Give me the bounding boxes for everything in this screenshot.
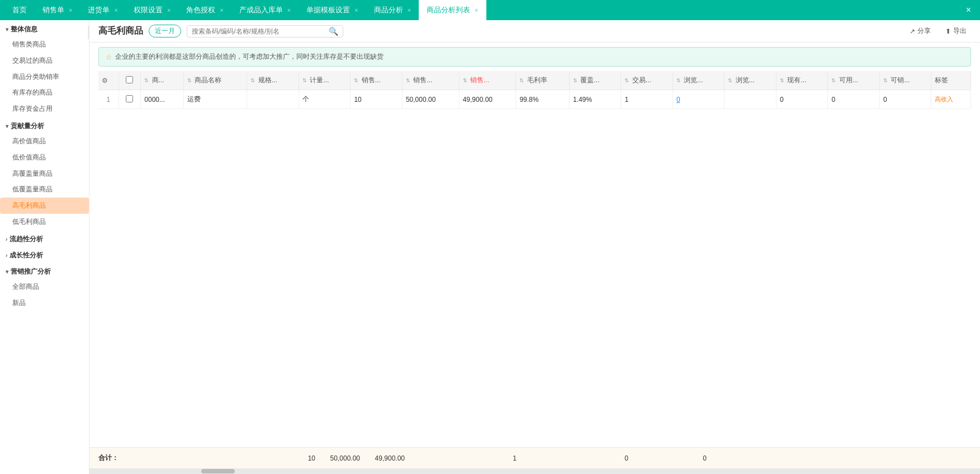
sort-icon: ⇅ — [406, 78, 410, 83]
sort-icon: ⇅ — [354, 78, 358, 83]
search-box: 🔍 — [187, 25, 343, 37]
sort-icon: ⇅ — [187, 78, 192, 83]
row-unit-cell: 个 — [299, 90, 351, 109]
footer-spacer1 — [130, 457, 197, 459]
close-all-button[interactable]: × — [962, 5, 976, 15]
expand-icon: ▾ — [6, 123, 8, 129]
col-views1-header[interactable]: ⇅ 浏览... — [673, 71, 725, 90]
row-sales-profit-cell: 49,900.00 — [459, 90, 516, 109]
content-header: 高毛利商品 近一月 🔍 ↗ 分享 ⬆ 导出 — [89, 20, 980, 43]
sidebar-item-low-margin[interactable]: 低毛利商品 — [0, 214, 89, 230]
sidebar-group-trend[interactable]: › 流趋性分析 — [0, 230, 89, 246]
sidebar-item-all-goods[interactable]: 全部商品 — [0, 279, 89, 295]
col-sales-qty-header[interactable]: ⇅ 销售... — [351, 71, 403, 90]
filter-recent-month-button[interactable]: 近一月 — [149, 25, 181, 37]
sidebar-item-new-goods[interactable]: 新品 — [0, 295, 89, 311]
sidebar-item-high-margin[interactable]: 高毛利商品 — [0, 198, 89, 214]
footer-spacer3 — [242, 457, 275, 459]
close-icon[interactable]: × — [475, 7, 478, 13]
close-icon[interactable]: × — [114, 7, 117, 13]
sidebar-group-growth[interactable]: › 成长性分析 — [0, 246, 89, 262]
close-icon[interactable]: × — [167, 7, 171, 13]
sidebar-item-stock-funds[interactable]: 库存资金占用 — [0, 101, 89, 117]
sidebar-item-low-coverage[interactable]: 低覆盖量商品 — [0, 181, 89, 198]
nav-purchase-order[interactable]: 进货单 × — [80, 0, 125, 20]
sidebar-item-high-value[interactable]: 高价值商品 — [0, 133, 89, 149]
sort-icon: ⇅ — [728, 78, 732, 83]
horizontal-scrollbar[interactable] — [89, 468, 980, 474]
row-available-stock-cell: 0 — [828, 90, 880, 109]
sidebar-collapse-button[interactable]: « — [88, 26, 89, 39]
col-sales-amount-header[interactable]: ⇅ 销售... — [402, 71, 459, 90]
footer-trade: 1 — [476, 453, 521, 463]
search-input[interactable] — [192, 27, 326, 35]
col-available-stock-header[interactable]: ⇅ 可用... — [828, 71, 880, 90]
col-sales-profit-header[interactable]: ⇅ 销售... — [459, 71, 516, 90]
export-icon: ⬆ — [945, 27, 951, 35]
sort-icon: ⇅ — [676, 78, 681, 83]
search-icon[interactable]: 🔍 — [329, 27, 338, 36]
sort-icon: ⇅ — [302, 78, 307, 83]
expand-icon: ▾ — [6, 269, 8, 275]
footer-spacer6 — [521, 457, 555, 459]
col-views2-header[interactable]: ⇅ 浏览... — [725, 71, 777, 90]
nav-home[interactable]: 首页 — [4, 0, 35, 20]
col-name-header[interactable]: ⇅ 商品名称 — [183, 71, 247, 90]
row-code-cell: 0000... — [141, 90, 183, 109]
close-icon[interactable]: × — [408, 7, 411, 13]
row-views1-cell[interactable]: 0 — [673, 90, 725, 109]
content-area: 高毛利商品 近一月 🔍 ↗ 分享 ⬆ 导出 ☆ 企业的主要的利润都是这部分商品创… — [89, 20, 980, 474]
close-icon[interactable]: × — [354, 7, 358, 13]
sidebar-item-low-value[interactable]: 低价值商品 — [0, 149, 89, 166]
sort-icon: ⇅ — [624, 78, 629, 83]
sidebar-group-contribution[interactable]: ▾ 贡献量分析 — [0, 117, 89, 133]
nav-role-auth[interactable]: 角色授权 × — [178, 0, 231, 20]
close-icon[interactable]: × — [287, 7, 291, 13]
scroll-thumb[interactable] — [201, 469, 235, 473]
col-trade-header[interactable]: ⇅ 交易... — [621, 71, 673, 90]
footer-spacer4 — [409, 457, 443, 459]
export-button[interactable]: ⬆ 导出 — [941, 25, 971, 37]
sidebar-item-traded-goods[interactable]: 交易过的商品 — [0, 53, 89, 69]
settings-icon[interactable]: ⚙ — [102, 77, 108, 85]
sidebar-item-sales-goods[interactable]: 销售类商品 — [0, 36, 89, 53]
col-settings[interactable]: ⚙ — [98, 71, 119, 90]
data-table: ⚙ ⇅ 商... ⇅ 商品名称 — [98, 71, 971, 109]
close-icon[interactable]: × — [220, 7, 223, 13]
share-button[interactable]: ↗ 分享 — [905, 25, 935, 37]
col-sellable-header[interactable]: ⇅ 可销... — [879, 71, 931, 90]
col-coverage-header[interactable]: ⇅ 覆盖... — [569, 71, 621, 90]
row-number-cell: 1 — [98, 90, 119, 109]
col-current-stock-header[interactable]: ⇅ 现有... — [776, 71, 828, 90]
nav-product-inbound[interactable]: 产成品入库单 × — [231, 0, 299, 20]
col-tag-header[interactable]: 标签 — [931, 71, 971, 90]
footer-sales-qty: 10 — [275, 453, 320, 463]
row-gross-margin-cell: 99.8% — [516, 90, 570, 109]
col-gross-margin-header[interactable]: ⇅ 毛利率 — [516, 71, 570, 90]
row-current-stock-cell: 0 — [776, 90, 828, 109]
sidebar-group-overall[interactable]: ▾ 整体信息 — [0, 20, 89, 36]
row-checkbox[interactable] — [126, 95, 133, 102]
nav-product-analysis[interactable]: 商品分析 × — [366, 0, 419, 20]
select-all-checkbox[interactable] — [126, 76, 133, 83]
nav-product-analysis-list[interactable]: 商品分析列表 × — [419, 0, 486, 20]
top-navigation: 首页 销售单 × 进货单 × 权限设置 × 角色授权 × 产成品入库单 × 单据… — [0, 0, 980, 20]
table-header-row: ⚙ ⇅ 商... ⇅ 商品名称 — [98, 71, 971, 90]
row-trade-cell: 1 — [621, 90, 673, 109]
close-icon[interactable]: × — [69, 7, 72, 13]
sidebar-item-in-stock-goods[interactable]: 有库存的商品 — [0, 85, 89, 101]
col-unit-header[interactable]: ⇅ 计量... — [299, 71, 351, 90]
sidebar-item-category-sales-rate[interactable]: 商品分类助销率 — [0, 69, 89, 85]
nav-template-settings[interactable]: 单据模板设置 × — [299, 0, 366, 20]
sidebar-group-marketing[interactable]: ▾ 营销推广分析 — [0, 262, 89, 279]
nav-permission-settings[interactable]: 权限设置 × — [126, 0, 178, 20]
footer-spacer7 — [555, 457, 588, 459]
sort-icon: ⇅ — [519, 78, 524, 83]
row-tag-cell: 高收入 — [931, 90, 971, 109]
nav-sales-order[interactable]: 销售单 × — [35, 0, 80, 20]
sidebar-item-high-coverage[interactable]: 高覆盖量商品 — [0, 166, 89, 182]
info-icon: ☆ — [106, 53, 112, 61]
col-spec-header[interactable]: ⇅ 规格... — [247, 71, 299, 90]
info-banner: ☆ 企业的主要的利润都是这部分商品创造的，可考虑加大推广，同时关注库存是不要出现… — [98, 47, 971, 67]
col-code-header[interactable]: ⇅ 商... — [141, 71, 183, 90]
